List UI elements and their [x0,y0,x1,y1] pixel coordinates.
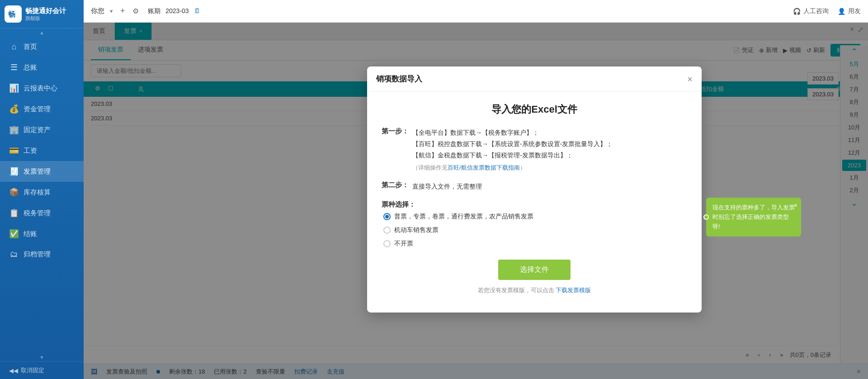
topbar-right: 🎧 人工咨询 👤 用友 [793,7,861,15]
dialog-body: 导入您的Excel文件 第一步： 【全电平台】数据下载→【税务数字账户】； 【百… [367,92,702,313]
asset-icon: 🏢 [9,125,19,135]
archive-icon: 🗂 [9,250,19,259]
sidebar-item-settle[interactable]: ✅ 结账 [0,223,84,244]
logo-svg: 畅 [6,7,20,21]
sidebar-item-inventory[interactable]: 📦 库存核算 [0,182,84,203]
sidebar-item-salary-label: 工资 [24,147,37,155]
sidebar-logo: 畅 畅捷通好会计 旗舰版 [0,0,84,28]
consult-label: 人工咨询 [803,7,829,15]
period-prefix: 账期 [148,7,160,14]
radio-common-dot [385,215,389,218]
user-label: 用友 [848,7,861,15]
salary-icon: 💳 [9,146,19,156]
tooltip-close-btn[interactable]: × [794,200,797,210]
report-icon: 📊 [9,83,19,93]
fund-icon: 💰 [9,104,19,114]
consult-btn[interactable]: 🎧 人工咨询 [793,7,829,15]
company-name: 你您 [91,7,104,15]
scroll-down-btn[interactable]: ▼ [39,353,44,361]
settings-icon[interactable]: ⚙ [132,7,139,15]
step1: 第一步： 【全电平台】数据下载→【税务数字账户】； 【百旺】税控盘数据下载→【系… [382,127,687,173]
radio-common-label: 普票，专票，卷票，通行费发票，农产品销售发票 [394,213,533,221]
select-file-btn[interactable]: 选择文件 [498,260,571,280]
radio-none-label: 不开票 [394,240,413,248]
sidebar-item-ledger[interactable]: ☰ 总账 [0,57,84,78]
svg-text:畅: 畅 [8,10,15,18]
sidebar-item-asset[interactable]: 🏢 固定资产 [0,119,84,140]
radio-motor[interactable]: 机动车销售发票 [383,226,687,234]
step2-label: 第二步： [382,181,409,190]
sidebar-item-inventory-label: 库存核算 [24,188,51,197]
ledger-icon: ☰ [9,62,19,72]
sidebar-item-fund[interactable]: 💰 资金管理 [0,99,84,119]
sidebar-item-home[interactable]: ⌂ 首页 [0,37,84,57]
sidebar-item-report[interactable]: 📊 云报表中心 [0,78,84,99]
radio-none[interactable]: 不开票 [383,240,687,248]
topbar: 你您 ▾ + ⚙ 账期 2023-03 🗓 🎧 人工咨询 👤 用友 [84,0,868,23]
sidebar-item-archive-label: 归档管理 [24,250,51,259]
radio-motor-circle [383,227,391,234]
step1-guide-link[interactable]: 百旺/航信发票数据下载指南 [448,164,520,171]
step1-content: 【全电平台】数据下载→【税务数字账户】； 【百旺】税控盘数据下载→【系统设置-系… [412,127,613,173]
sidebar: 畅 畅捷通好会计 旗舰版 ▲ ⌂ 首页 ☰ 总账 📊 云报表中心 💰 资金管理 … [0,0,84,379]
radio-motor-label: 机动车销售发票 [394,226,439,234]
step1-line-1: 【百旺】税控盘数据下载→【系统设置-系统参数设置-发票批量导入】； [412,138,613,150]
period-calendar-icon[interactable]: 🗓 [194,7,200,14]
template-download-link[interactable]: 下载发票模版 [556,287,591,294]
step1-line-2: 【航信】金税盘数据下载→【报税管理-发票数据导出】； [412,150,613,161]
sidebar-item-archive[interactable]: 🗂 归档管理 [0,244,84,265]
sidebar-item-tax[interactable]: 📋 税务管理 [0,203,84,223]
sidebar-item-tax-label: 税务管理 [24,209,51,218]
step2: 第二步： 直接导入文件，无需整理 [382,181,687,192]
user-btn[interactable]: 👤 用友 [838,7,861,15]
inventory-icon: 📦 [9,187,19,197]
dialog-close-btn[interactable]: × [687,74,693,83]
import-dialog: 销项数据导入 × 导入您的Excel文件 第一步： 【全电平台】数据下载→【税务… [367,66,702,313]
sidebar-item-asset-label: 固定资产 [24,126,51,134]
sidebar-item-salary[interactable]: 💳 工资 [0,140,84,161]
headset-icon: 🎧 [793,8,801,15]
tax-icon: 📋 [9,208,19,218]
tooltip-bubble: × 现在支持的票种多了，导入发票时别忘了选择正确的发票类型呀! [706,198,801,237]
period-value: 2023-03 [165,7,189,14]
company-dropdown-icon[interactable]: ▾ [110,8,113,14]
add-tab-btn[interactable]: + [118,5,127,18]
sidebar-item-home-label: 首页 [24,43,37,51]
logo-sub-text: 旗舰版 [25,15,66,22]
invoice-icon: 🧾 [9,166,19,176]
scroll-up-btn[interactable]: ▲ [39,28,44,37]
step1-label: 第一步： [382,127,409,136]
ticket-label: 票种选择： [382,200,415,208]
cancel-fixed-btn[interactable]: ◀◀ 取消固定 [0,361,84,379]
sidebar-item-fund-label: 资金管理 [24,105,51,114]
radio-group: 普票，专票，卷票，通行费发票，农产品销售发票 机动车销售发票 不开票 [383,213,687,248]
ticket-select: 票种选择： 普票，专票，卷票，通行费发票，农产品销售发票 机动车销售发票 不开票 [382,200,687,248]
logo-main-text: 畅捷通好会计 [25,7,66,15]
period-label: 账期 2023-03 🗓 [148,7,201,15]
dialog-footer: 选择文件 若您没有发票模版，可以点击 下载发票模版 [382,255,687,303]
tooltip-text: 现在支持的票种多了，导入发票时别忘了选择正确的发票类型呀! [712,204,795,230]
logo-text-block: 畅捷通好会计 旗舰版 [25,7,66,22]
step2-content: 直接导入文件，无需整理 [412,181,482,192]
logo-icon: 畅 [5,5,22,23]
dialog-title: 销项数据导入 [376,74,422,84]
home-icon: ⌂ [9,42,19,52]
radio-common[interactable]: 普票，专票，卷票，通行费发票，农产品销售发票 [383,213,687,221]
template-tip-prefix: 若您没有发票模版，可以点击 [478,287,554,294]
dialog-header: 销项数据导入 × [367,66,702,92]
sidebar-item-report-label: 云报表中心 [24,84,57,93]
cancel-fixed-label: 取消固定 [21,366,44,374]
step1-note: （详细操作见百旺/航信发票数据下载指南） [412,162,613,172]
cancel-fixed-icon: ◀◀ [9,367,18,374]
dialog-main-title: 导入您的Excel文件 [382,103,687,116]
template-tip: 若您没有发票模版，可以点击 下载发票模版 [382,286,687,294]
step1-line-0: 【全电平台】数据下载→【税务数字账户】； [412,127,613,138]
sidebar-item-settle-label: 结账 [24,230,37,238]
sidebar-item-ledger-label: 总账 [24,63,37,72]
tooltip-connector-dot [703,214,709,220]
settle-icon: ✅ [9,229,19,239]
radio-none-circle [383,240,391,247]
sidebar-item-invoice[interactable]: 🧾 发票管理 [0,161,84,182]
sidebar-item-invoice-label: 发票管理 [24,167,51,176]
radio-common-circle [383,213,391,220]
